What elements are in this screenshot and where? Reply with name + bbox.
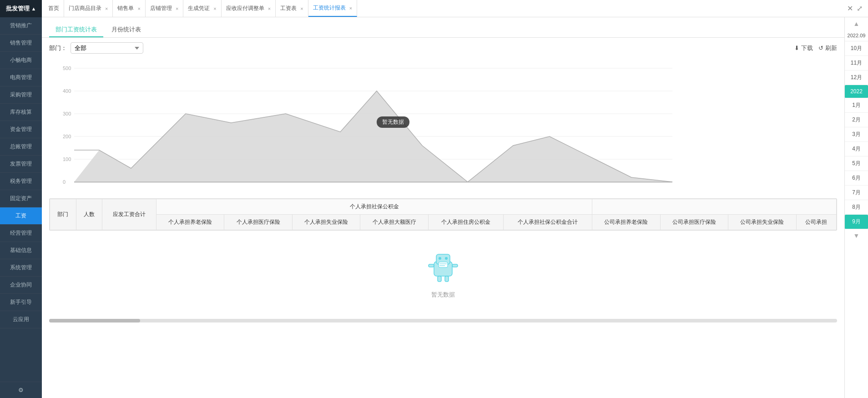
tab-close-btn[interactable]: × (349, 5, 352, 11)
sidebar: 批发管理 ▲ 营销推广销售管理小畅电商电商管理采购管理库存核算资金管理总账管理发… (0, 0, 42, 398)
sidebar-item-销售管理[interactable]: 销售管理 (0, 35, 42, 52)
col-个人承担失业保险: 个人承担失业保险 (292, 215, 360, 230)
tab-label: 店铺管理 (150, 5, 172, 12)
svg-text:300: 300 (63, 111, 71, 116)
sidebar-items: 营销推广销售管理小畅电商电商管理采购管理库存核算资金管理总账管理发票管理税务管理… (0, 17, 42, 382)
date-nav-item-7月[interactable]: 7月 (845, 186, 868, 200)
col-count: 人数 (76, 199, 102, 230)
svg-text:0: 0 (63, 179, 66, 185)
col-个人承担住房公积金: 个人承担住房公积金 (428, 215, 503, 230)
sidebar-item-固定资产[interactable]: 固定资产 (0, 190, 42, 207)
dept-select[interactable]: 全部 (71, 42, 143, 54)
date-nav-item-9月[interactable]: 9月 (845, 215, 868, 229)
download-icon: ⬇ (794, 45, 799, 51)
scrollbar-thumb[interactable] (49, 319, 140, 322)
sidebar-item-税务管理[interactable]: 税务管理 (0, 173, 42, 190)
sidebar-item-系统管理[interactable]: 系统管理 (0, 259, 42, 277)
close-all-icon[interactable]: ✕ (847, 4, 853, 13)
sidebar-item-新手引导[interactable]: 新手引导 (0, 294, 42, 311)
download-button[interactable]: ⬇ 下载 (794, 44, 813, 52)
sidebar-collapse-icon[interactable]: ▲ (31, 6, 36, 11)
tabs-bar: 首页门店商品目录×销售单×店铺管理×生成凭证×应收应付调整单×工资表×工资统计报… (42, 0, 868, 17)
date-nav-up-arrow[interactable]: ▲ (845, 17, 868, 30)
tab-销售单[interactable]: 销售单× (113, 0, 145, 17)
tab-close-btn[interactable]: × (213, 6, 216, 11)
col-dept: 部门 (50, 199, 76, 230)
empty-text: 暂无数据 (431, 291, 455, 299)
horizontal-scrollbar[interactable] (49, 319, 837, 322)
col-公司承担失业保险: 公司承担失业保险 (728, 215, 797, 230)
svg-text:500: 500 (63, 65, 71, 71)
date-nav-item-2月[interactable]: 2月 (845, 113, 868, 127)
date-nav-item-8月[interactable]: 8月 (845, 200, 868, 215)
tab-label: 首页 (48, 5, 59, 12)
empty-icon (425, 249, 461, 285)
col-个人承担医疗保险: 个人承担医疗保险 (224, 215, 293, 230)
date-nav-item-4月[interactable]: 4月 (845, 142, 868, 156)
tab-门店商品目录[interactable]: 门店商品目录× (64, 0, 113, 17)
sidebar-title: 批发管理 (6, 5, 30, 13)
sidebar-item-总账管理[interactable]: 总账管理 (0, 138, 42, 156)
sub-tab-月份统计表[interactable]: 月份统计表 (105, 23, 147, 37)
sidebar-item-企业协同[interactable]: 企业协同 (0, 277, 42, 294)
sidebar-settings[interactable]: ⚙ (0, 382, 42, 398)
date-nav-item-2022[interactable]: 2022 (845, 85, 868, 98)
sidebar-item-电商管理[interactable]: 电商管理 (0, 69, 42, 86)
date-nav-item-12月[interactable]: 12月 (845, 71, 868, 85)
tab-工资统计报表[interactable]: 工资统计报表× (308, 0, 357, 17)
date-nav-item-11月[interactable]: 11月 (845, 56, 868, 71)
sidebar-item-经营管理[interactable]: 经营管理 (0, 225, 42, 242)
sidebar-item-小畅电商[interactable]: 小畅电商 (0, 52, 42, 69)
date-nav: ▲ 2022.09 10月11月12月20221月2月3月4月5月6月7月8月9… (844, 17, 868, 398)
tab-close-btn[interactable]: × (268, 6, 271, 11)
col-total-wage: 应发工资合计 (102, 199, 156, 230)
sidebar-item-采购管理[interactable]: 采购管理 (0, 86, 42, 104)
col-personal-social: 个人承担社保公积金 (156, 199, 592, 215)
sidebar-item-云应用[interactable]: 云应用 (0, 311, 42, 328)
tab-close-btn[interactable]: × (105, 6, 108, 11)
col-公司承担医疗保险: 公司承担医疗保险 (660, 215, 728, 230)
date-nav-item-6月[interactable]: 6月 (845, 171, 868, 186)
empty-state: 暂无数据 (42, 231, 844, 317)
date-nav-item-3月[interactable]: 3月 (845, 127, 868, 142)
tab-close-btn[interactable]: × (176, 6, 178, 11)
svg-rect-19 (429, 264, 434, 267)
date-nav-item-5月[interactable]: 5月 (845, 156, 868, 171)
chart-svg-wrapper: 500 400 300 200 100 0 (49, 62, 837, 198)
date-nav-item-10月[interactable]: 10月 (845, 41, 868, 56)
svg-rect-21 (438, 276, 441, 282)
tab-label: 门店商品目录 (69, 5, 101, 12)
sidebar-item-资金管理[interactable]: 资金管理 (0, 121, 42, 138)
date-nav-header[interactable]: 2022.09 (845, 30, 868, 41)
sidebar-item-工资[interactable]: 工资 (0, 207, 42, 225)
tab-label: 工资统计报表 (313, 4, 346, 12)
main-area: 首页门店商品目录×销售单×店铺管理×生成凭证×应收应付调整单×工资表×工资统计报… (42, 0, 868, 398)
tab-label: 工资表 (280, 5, 297, 12)
sub-tab-部门工资统计表[interactable]: 部门工资统计表 (49, 23, 103, 37)
gear-icon: ⚙ (18, 387, 24, 393)
tooltip-text: 暂无数据 (382, 119, 404, 125)
tab-label: 销售单 (117, 5, 134, 12)
tab-应收应付调整单[interactable]: 应收应付调整单× (222, 0, 276, 17)
toolbar-actions: ⬇ 下载 ↺ 刷新 (794, 44, 837, 52)
sidebar-header[interactable]: 批发管理 ▲ (0, 0, 42, 17)
refresh-button[interactable]: ↺ 刷新 (818, 44, 837, 52)
tab-首页[interactable]: 首页 (44, 0, 64, 17)
dept-filter: 部门： 全部 (49, 42, 143, 54)
date-nav-item-1月[interactable]: 1月 (845, 98, 868, 113)
date-nav-down-arrow[interactable]: ▼ (845, 229, 868, 242)
chart-tooltip: 暂无数据 (377, 116, 409, 128)
tab-工资表[interactable]: 工资表× (276, 0, 308, 17)
tab-店铺管理[interactable]: 店铺管理× (146, 0, 183, 17)
sidebar-item-基础信息[interactable]: 基础信息 (0, 242, 42, 259)
tab-close-btn[interactable]: × (300, 6, 303, 11)
toolbar: 部门： 全部 ⬇ 下载 ↺ 刷新 (42, 38, 844, 58)
table-header-row2: 个人承担养老保险个人承担医疗保险个人承担失业保险个人承担大额医疗个人承担住房公积… (50, 215, 837, 230)
tab-close-btn[interactable]: × (137, 6, 140, 11)
sidebar-item-库存核算[interactable]: 库存核算 (0, 104, 42, 121)
tab-生成凭证[interactable]: 生成凭证× (183, 0, 221, 17)
sidebar-item-发票管理[interactable]: 发票管理 (0, 156, 42, 173)
sidebar-item-营销推广[interactable]: 营销推广 (0, 17, 42, 35)
maximize-icon[interactable]: ⤢ (857, 4, 863, 13)
svg-point-15 (445, 257, 448, 260)
